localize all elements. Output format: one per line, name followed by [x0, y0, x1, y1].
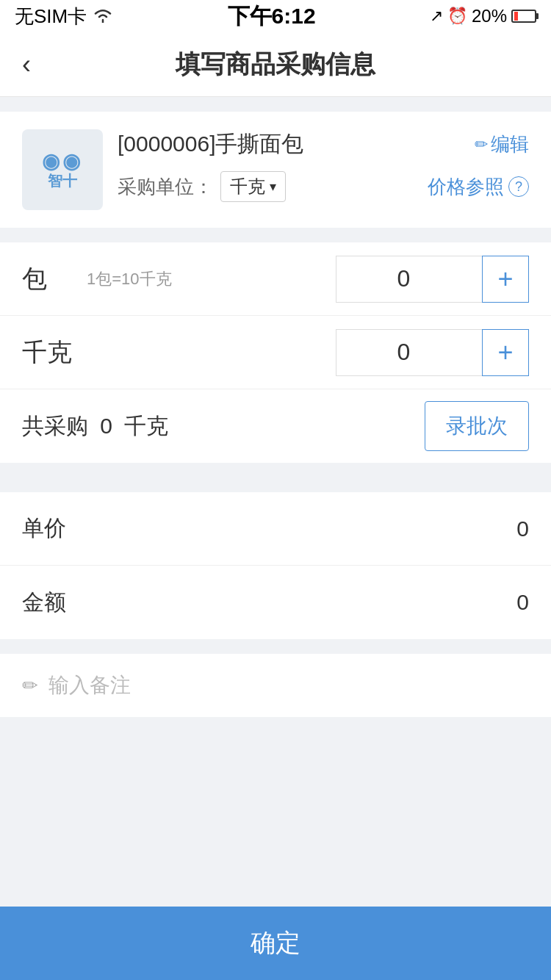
battery-icon [511, 10, 536, 23]
pencil-icon: ✏ [22, 674, 38, 697]
unit-price-row: 单价 0 [0, 492, 551, 566]
amount-value: 0 [516, 590, 529, 615]
wifi-icon [93, 5, 113, 28]
divider-2 [0, 463, 551, 478]
bag-input-control: + [336, 256, 529, 303]
status-time: 下午6:12 [228, 1, 316, 32]
kg-quantity-input[interactable] [336, 329, 483, 376]
kg-input-control: + [336, 329, 529, 376]
remark-placeholder: 输入备注 [48, 671, 131, 699]
remark-section[interactable]: ✏ 输入备注 [0, 654, 551, 717]
product-card: ◉◉ 智十 [0000006]手撕面包 ✏ 编辑 采购单位： 千克 ▾ 价格参照… [0, 112, 551, 228]
price-section: 单价 0 金额 0 [0, 492, 551, 639]
status-left: 无SIM卡 [15, 4, 113, 29]
carrier-text: 无SIM卡 [15, 4, 87, 29]
edit-icon: ✏ [475, 135, 488, 154]
kg-input-row: 千克 + [0, 316, 551, 389]
bag-input-row: 包 1包=10千克 + [0, 242, 551, 316]
chevron-down-icon: ▾ [270, 179, 276, 195]
nav-bar: ‹ 填写商品采购信息 [0, 32, 551, 97]
product-name-row: [0000006]手撕面包 ✏ 编辑 [118, 129, 529, 159]
product-info: [0000006]手撕面包 ✏ 编辑 采购单位： 千克 ▾ 价格参照 ? [118, 129, 529, 202]
amount-label: 金额 [22, 588, 66, 618]
owl-eyes-icon: ◉◉ [42, 151, 83, 172]
product-logo: ◉◉ 智十 [42, 151, 83, 188]
page-title: 填写商品采购信息 [176, 48, 375, 82]
amount-row: 金额 0 [0, 566, 551, 639]
product-full-name: [0000006]手撕面包 [118, 129, 303, 159]
record-batch-button[interactable]: 录批次 [425, 401, 529, 451]
summary-row: 共采购 0 千克 录批次 [0, 389, 551, 463]
purchase-unit-row: 采购单位： 千克 ▾ 价格参照 ? [118, 171, 529, 202]
unit-price-value: 0 [516, 516, 529, 541]
empty-space [0, 717, 551, 908]
unit-price-label: 单价 [22, 514, 66, 544]
brand-text: 智十 [48, 173, 77, 188]
bag-quantity-input[interactable] [336, 256, 483, 303]
bag-plus-button[interactable]: + [482, 256, 529, 303]
confirm-button[interactable]: 确定 [0, 907, 551, 980]
bag-sublabel: 1包=10千克 [87, 268, 336, 290]
summary-text: 共采购 0 千克 [22, 411, 168, 442]
status-bar: 无SIM卡 下午6:12 ↗ ⏰ 20% [0, 0, 551, 32]
status-right: ↗ ⏰ 20% [430, 6, 536, 26]
battery-percent: 20% [472, 6, 507, 26]
purchase-unit-label: 采购单位： 千克 ▾ [118, 171, 286, 202]
alarm-icon: ⏰ [447, 7, 467, 26]
price-ref-button[interactable]: 价格参照 ? [428, 174, 529, 200]
help-icon: ? [508, 176, 529, 197]
unit-dropdown[interactable]: 千克 ▾ [220, 171, 286, 202]
product-image: ◉◉ 智十 [22, 129, 103, 210]
kg-label: 千克 [22, 336, 81, 370]
kg-plus-button[interactable]: + [482, 329, 529, 376]
quantity-section: 包 1包=10千克 + 千克 + 共采购 0 千克 录批次 [0, 242, 551, 463]
divider-1 [0, 228, 551, 242]
edit-link[interactable]: ✏ 编辑 [475, 131, 529, 157]
location-icon: ↗ [430, 7, 443, 26]
bag-label: 包 [22, 262, 81, 296]
back-button[interactable]: ‹ [15, 42, 38, 87]
